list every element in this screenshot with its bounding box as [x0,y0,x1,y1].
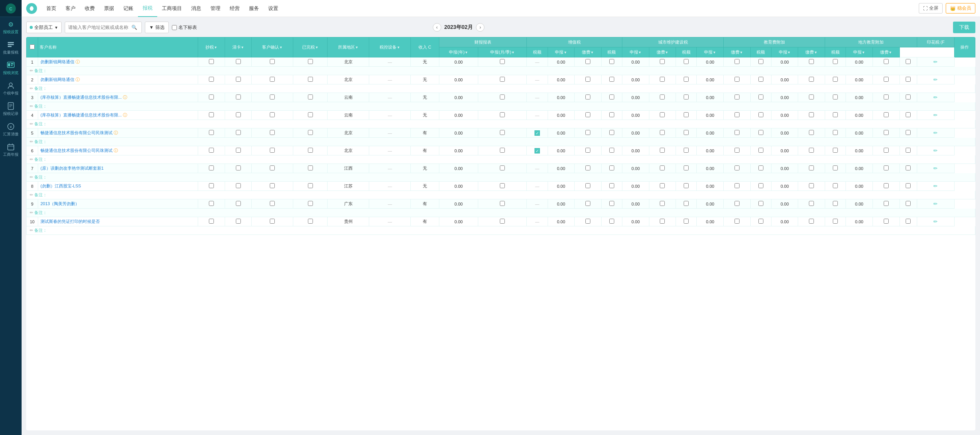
row-checkbox[interactable] [209,165,214,170]
tax-checkbox[interactable] [660,130,665,135]
tax-checkbox[interactable] [833,219,838,224]
note-cell[interactable]: ✏备注： [27,209,975,217]
tax-checkbox[interactable] [660,59,665,64]
tax-checkbox[interactable] [809,183,814,188]
th-customer-name[interactable]: 客户名称 [38,37,198,57]
tax-checkbox[interactable] [833,148,838,153]
row-operation[interactable]: ✏ [917,182,954,191]
tax-checkbox[interactable] [906,201,911,206]
row-checkbox[interactable] [270,112,275,117]
tax-checkbox[interactable] [585,59,590,64]
annual-checkbox[interactable] [500,219,505,224]
tax-checkbox[interactable] [684,94,689,99]
search-input[interactable] [68,25,130,30]
tax-checkbox[interactable] [684,183,689,188]
tax-checkbox[interactable] [609,94,614,99]
th-vat-declare[interactable]: 申报▼ [548,47,575,57]
row-customer-name[interactable]: 勿删新锐网络通信ⓘ [38,75,198,84]
tax-checkbox[interactable] [609,112,614,117]
annual-checkbox[interactable] [500,165,505,170]
tax-checkbox[interactable] [735,219,740,224]
tax-checkbox[interactable] [809,59,814,64]
annual-checkbox[interactable] [500,201,505,206]
sidebar-item-annual-report[interactable]: 工商年报 [0,140,22,160]
tax-checkbox[interactable] [906,94,911,99]
tax-checkbox[interactable] [758,94,763,99]
tax-checkbox[interactable] [585,130,590,135]
row-operation[interactable]: ✏ [917,111,954,120]
edit-icon[interactable]: ✏ [933,94,938,100]
th-annual-report[interactable]: 申报(年)▼ [439,47,478,57]
tax-checkbox[interactable] [660,183,665,188]
tax-checkbox[interactable] [884,94,889,99]
tax-checkbox[interactable] [609,148,614,153]
tax-checkbox[interactable] [809,201,814,206]
annual-checkbox[interactable] [500,77,505,82]
row-checkbox[interactable] [308,59,313,64]
tax-checkbox[interactable] [585,219,590,224]
row-checkbox[interactable] [270,183,275,188]
tax-checkbox[interactable] [684,130,689,135]
tax-checkbox[interactable] [884,112,889,117]
tax-checkbox[interactable] [758,148,763,153]
tax-checkbox[interactable] [884,201,889,206]
edit-icon[interactable]: ✏ [933,112,938,118]
th-edu-declare[interactable]: 申报▼ [697,47,724,57]
row-checkbox[interactable] [308,77,313,82]
edit-icon[interactable]: ✏ [933,201,938,207]
row-checkbox[interactable] [209,130,214,135]
row-checkbox[interactable] [308,183,313,188]
row-checkbox[interactable] [270,94,275,99]
row-checkbox[interactable] [308,148,313,153]
tax-checkbox[interactable] [906,112,911,117]
tax-checkbox[interactable] [758,165,763,170]
tax-checkbox[interactable] [684,201,689,206]
fullscreen-button[interactable]: ⛶ 全屏 [919,3,943,13]
edit-icon[interactable]: ✏ [933,77,938,83]
sidebar-item-tax-settings[interactable]: ⚙ 报税设置 [0,17,22,37]
row-customer-name[interactable]: 勿删新锐网络通信ⓘ [38,57,198,67]
row-checkbox[interactable] [308,112,313,117]
tax-checkbox[interactable] [585,148,590,153]
tax-checkbox[interactable] [585,94,590,99]
tax-checkbox[interactable] [758,201,763,206]
th-local-edu-declare[interactable]: 申报▼ [771,47,798,57]
tax-checkbox[interactable] [884,130,889,135]
tax-checkbox[interactable] [735,77,740,82]
th-paid-tax[interactable]: 已完税▼ [293,37,328,57]
next-month-button[interactable]: › [476,23,484,32]
tax-checkbox[interactable] [585,201,590,206]
edit-icon[interactable]: ✏ [933,183,938,189]
sidebar-item-tax-records[interactable]: 报税记录 [0,99,22,119]
row-checkbox[interactable] [236,94,241,99]
tax-checkbox[interactable] [884,59,889,64]
tax-checkbox[interactable] [660,94,665,99]
row-checkbox[interactable] [209,112,214,117]
row-customer-name[interactable]: (勿删）江西股宝-LSS [38,182,198,191]
tax-checkbox[interactable] [884,219,889,224]
row-checkbox[interactable] [236,165,241,170]
tax-checkbox[interactable] [758,112,763,117]
note-cell[interactable]: ✏备注： [27,226,975,235]
tax-checkbox[interactable] [906,165,911,170]
tax-checkbox[interactable] [660,165,665,170]
row-customer-name[interactable]: (原）误删勿改李艳华测试断套新1 [38,164,198,173]
row-checkbox[interactable] [308,219,313,224]
tax-checkbox[interactable] [809,219,814,224]
note-cell[interactable]: ✏备注： [27,138,975,146]
topnav-item-operation[interactable]: 经营 [225,0,244,17]
row-operation[interactable]: ✏ [917,128,954,138]
tax-checkbox[interactable] [660,112,665,117]
row-checkbox[interactable] [236,148,241,153]
row-checkbox[interactable] [236,219,241,224]
tax-checkbox[interactable] [609,201,614,206]
tax-checkbox[interactable] [735,112,740,117]
row-checkbox[interactable] [209,148,214,153]
row-checkbox[interactable] [209,59,214,64]
tax-checkbox[interactable] [758,183,763,188]
tax-checkbox[interactable] [609,130,614,135]
th-tax-device[interactable]: 税控设备▼ [369,37,411,57]
row-checkbox[interactable] [270,59,275,64]
row-operation[interactable]: ✏ [917,199,954,209]
th-stamp-declare[interactable]: 申报▼ [846,47,873,57]
